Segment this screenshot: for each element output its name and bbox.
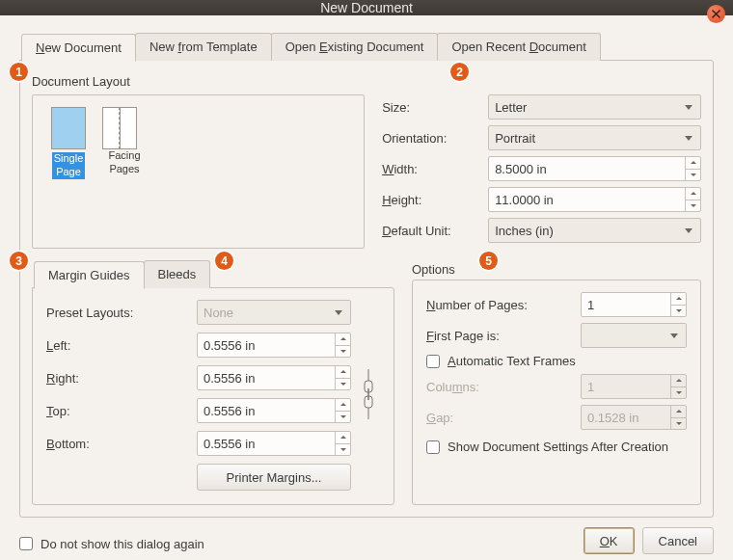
margin-left-label: Left: [46,338,191,353]
width-spin[interactable]: 8.5000 in [488,156,701,181]
main-tabs: New Document New from Template Open Exis… [21,33,714,61]
margin-right-label: Right: [46,371,191,386]
layout-single-page[interactable]: SinglePage [46,107,91,236]
auto-text-frames-label: Automatic Text Frames [448,354,576,368]
height-label: Height: [382,193,488,207]
tab-new-from-template[interactable]: New from Template [135,33,272,61]
margin-bottom-spin[interactable]: 0.5556 in [197,431,351,456]
new-document-dialog: New Document New Document New from Templ… [0,0,733,560]
default-unit-combo[interactable]: Inches (in) [488,218,701,243]
width-label: Width: [382,162,488,176]
layout-chooser: SinglePage FacingPages [32,94,365,249]
annotation-badge-4: 4 [215,252,233,270]
pages-label: Number of Pages: [426,298,581,312]
preset-layouts-label: Preset Layouts: [46,306,191,320]
main-panel: 1 2 3 4 5 Document Layout SinglePage [19,60,714,518]
layout-facing-pages[interactable]: FacingPages [102,107,147,236]
firstpage-label: First Page is: [426,329,581,343]
annotation-badge-3: 3 [10,252,28,270]
show-after-checkbox[interactable] [426,440,440,454]
gap-label: Gap: [426,411,581,425]
size-label: Size: [382,100,488,115]
ok-button[interactable]: OK [584,527,635,554]
tab-bleeds[interactable]: Bleeds [144,260,211,288]
options-panel: Number of Pages: 1 First Page is: Automa… [412,280,701,505]
default-unit-label: Default Unit: [382,224,488,238]
page-settings: Size: Letter Orientation: Portrait Width… [382,94,701,243]
orientation-label: Orientation: [382,131,488,146]
annotation-badge-5: 5 [479,252,498,270]
dont-show-checkbox[interactable] [19,537,33,550]
layout-facing-caption: FacingPages [108,149,140,174]
margin-left-spin[interactable]: 0.5556 in [197,333,351,358]
window-title: New Document [320,0,413,15]
pages-spin[interactable]: 1 [581,292,687,317]
margin-bottom-label: Bottom: [46,437,191,451]
options-header: Options [412,262,701,277]
margin-top-label: Top: [46,404,191,418]
printer-margins-button[interactable]: Printer Margins... [197,464,351,491]
tab-new-document[interactable]: New Document [21,34,136,62]
columns-spin[interactable]: 1 [581,374,687,399]
gap-spin[interactable]: 0.1528 in [581,405,687,430]
auto-text-frames-checkbox[interactable] [426,355,440,368]
single-page-icon [51,107,86,149]
show-after-label: Show Document Settings After Creation [448,440,668,454]
layout-single-caption: SinglePage [52,152,86,179]
tab-open-recent[interactable]: Open Recent Document [437,33,600,61]
columns-label: Columns: [426,380,581,394]
tab-open-existing[interactable]: Open Existing Document [271,33,439,61]
preset-layouts-combo[interactable]: None [197,300,351,325]
margins-panel: Preset Layouts: None Left: 0.5556 in [32,287,394,505]
size-combo[interactable]: Letter [488,94,701,120]
tab-margin-guides[interactable]: Margin Guides [34,261,145,289]
dont-show-label: Do not show this dialog again [41,537,204,551]
firstpage-combo[interactable] [581,323,687,348]
margin-top-spin[interactable]: 0.5556 in [197,398,351,423]
document-layout-label: Document Layout [32,74,701,89]
link-margins-icon[interactable] [357,367,380,421]
cancel-button[interactable]: Cancel [642,527,714,554]
height-spin[interactable]: 11.0000 in [488,187,701,212]
titlebar: New Document [0,0,733,15]
annotation-badge-2: 2 [450,63,469,81]
facing-pages-icon [102,107,137,149]
margin-right-spin[interactable]: 0.5556 in [197,365,351,390]
annotation-badge-1: 1 [10,63,28,81]
orientation-combo[interactable]: Portrait [488,125,701,150]
